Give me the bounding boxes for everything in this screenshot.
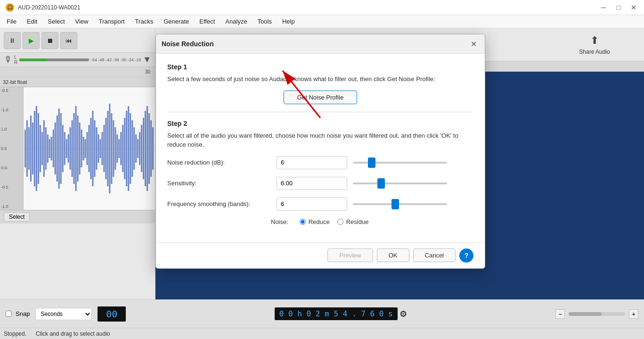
svg-rect-10 (40, 125, 41, 172)
menu-analyze[interactable]: Analyze (220, 17, 252, 26)
menu-help[interactable]: Help (277, 17, 300, 26)
menu-file[interactable]: File (2, 17, 21, 26)
zoom-out-button[interactable]: − (555, 309, 565, 319)
dialog-close-button[interactable]: ✕ (468, 38, 479, 50)
time-counter: 0 0 h 0 2 m 5 4 . 7 6 0 s (275, 307, 398, 320)
stop-button[interactable]: ⏹ (41, 32, 58, 49)
svg-rect-20 (58, 108, 60, 189)
menu-edit[interactable]: Edit (22, 17, 42, 26)
snap-checkbox[interactable] (6, 311, 12, 317)
step2-label: Step 2 (167, 120, 473, 127)
cancel-button[interactable]: Cancel (413, 248, 456, 262)
step2-description: Select all of the audio you want filtere… (167, 131, 473, 149)
svg-rect-51 (116, 134, 118, 163)
svg-rect-3 (26, 120, 28, 177)
share-icon: ⬆ (590, 34, 599, 47)
step1-description: Select a few seconds of just noise so Au… (167, 74, 473, 84)
share-audio-button[interactable]: ⬆ Share Audio (573, 31, 616, 59)
snap-label: Snap (6, 310, 30, 317)
residue-radio-label[interactable]: Residue (337, 218, 369, 225)
menu-view[interactable]: View (71, 17, 93, 26)
close-button[interactable]: ✕ (627, 1, 640, 14)
svg-rect-34 (85, 139, 86, 158)
step-divider (167, 112, 473, 112)
get-noise-profile-container: Get Noise Profile (167, 91, 473, 104)
reduce-radio-label[interactable]: Reduce (300, 218, 330, 225)
svg-rect-4 (28, 127, 30, 170)
transport-bar: ⏸ ▶ ⏹ ⏮ (0, 28, 155, 53)
zoom-controls: − + (555, 309, 638, 319)
svg-rect-18 (55, 123, 56, 174)
svg-rect-33 (83, 137, 84, 160)
help-button[interactable]: ? (459, 248, 473, 263)
svg-rect-50 (114, 127, 116, 170)
menu-transport[interactable]: Transport (94, 17, 129, 26)
track-info: 32-bit float (0, 77, 155, 87)
frequency-smoothing-input[interactable] (277, 198, 347, 211)
left-ruler: 30 (0, 67, 155, 77)
menu-select[interactable]: Select (43, 17, 69, 26)
reduce-radio[interactable] (300, 219, 306, 225)
svg-rect-39 (94, 120, 95, 177)
noise-radio-label: Noise: (271, 218, 288, 225)
title-bar: 🎧 AUD-20220110-WA0021 ─ □ ✕ (0, 0, 644, 15)
reduce-label: Reduce (309, 218, 330, 225)
dialog-body: Step 1 Select a few seconds of just nois… (156, 54, 485, 242)
residue-label: Residue (346, 218, 369, 225)
noise-reduction-dialog: Noise Reduction ✕ Step 1 Select a few se… (155, 34, 485, 269)
skip-back-button[interactable]: ⏮ (60, 32, 77, 49)
get-noise-profile-button[interactable]: Get Noise Profile (284, 91, 357, 104)
svg-rect-65 (143, 118, 144, 179)
svg-rect-42 (99, 139, 101, 158)
time-settings-icon[interactable]: ⚙ (399, 309, 407, 319)
maximize-button[interactable]: □ (612, 1, 625, 14)
svg-rect-57 (128, 106, 129, 191)
svg-rect-15 (49, 139, 50, 158)
frequency-smoothing-slider-track (353, 203, 447, 205)
svg-rect-22 (62, 125, 64, 172)
svg-rect-38 (92, 111, 93, 186)
snap-text: Snap (16, 310, 30, 317)
menu-effect[interactable]: Effect (195, 17, 220, 26)
time-display-left: 00 (98, 306, 126, 322)
preview-button[interactable]: Preview (327, 248, 373, 262)
svg-rect-27 (72, 120, 73, 177)
menu-generate[interactable]: Generate (159, 17, 194, 26)
svg-rect-29 (75, 106, 77, 191)
app-icon: 🎧 (6, 3, 14, 12)
noise-reduction-slider-thumb[interactable] (368, 157, 375, 168)
play-button[interactable]: ▶ (23, 32, 40, 49)
svg-rect-14 (47, 134, 49, 163)
svg-rect-61 (135, 134, 137, 163)
frequency-smoothing-slider-thumb[interactable] (391, 199, 399, 209)
zoom-in-button[interactable]: + (629, 309, 638, 319)
svg-rect-67 (147, 106, 148, 191)
svg-rect-28 (73, 113, 75, 184)
minimize-button[interactable]: ─ (597, 1, 610, 14)
noise-reduction-input[interactable] (277, 156, 347, 169)
svg-rect-47 (109, 104, 110, 193)
svg-rect-56 (126, 111, 127, 186)
menu-tracks[interactable]: Tracks (130, 17, 158, 26)
select-tool-bar: Select (0, 210, 155, 223)
svg-rect-8 (36, 106, 37, 191)
svg-rect-19 (57, 116, 58, 182)
dialog-titlebar: Noise Reduction ✕ (156, 34, 485, 54)
svg-rect-12 (43, 120, 45, 177)
svg-rect-24 (66, 139, 67, 158)
sensitivity-slider-thumb[interactable] (377, 178, 385, 189)
zoom-slider-fill (569, 312, 602, 316)
pause-button[interactable]: ⏸ (4, 32, 21, 49)
ok-button[interactable]: OK (377, 248, 409, 262)
seconds-select[interactable]: Seconds (35, 308, 92, 320)
menu-tools[interactable]: Tools (253, 17, 277, 26)
svg-rect-54 (122, 125, 123, 172)
svg-rect-43 (101, 132, 103, 165)
status-bar: Stopped. Click and drag to select audio (0, 328, 644, 339)
window-controls: ─ □ ✕ (597, 0, 640, 15)
select-tool-button[interactable]: Select (4, 212, 30, 222)
svg-rect-64 (141, 125, 142, 172)
svg-rect-46 (107, 111, 108, 186)
residue-radio[interactable] (337, 219, 343, 225)
sensitivity-input[interactable] (277, 177, 347, 190)
